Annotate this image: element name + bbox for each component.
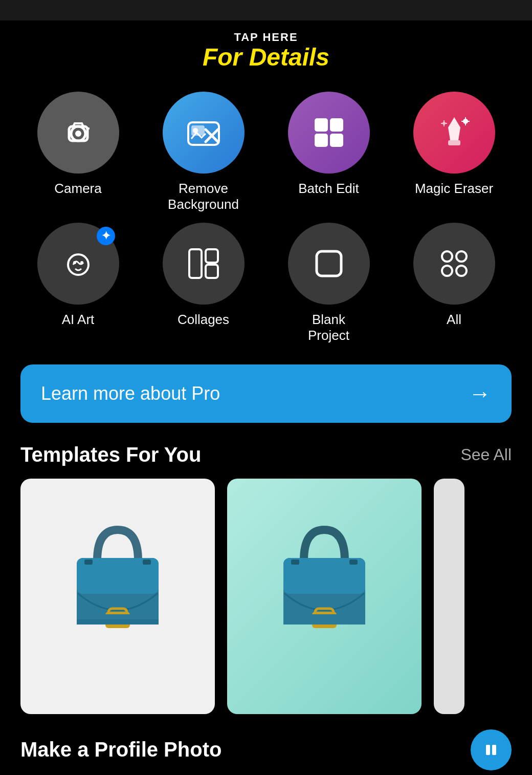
batch-edit-icon (308, 112, 349, 153)
svg-rect-47 (291, 559, 299, 565)
svg-rect-29 (317, 251, 341, 276)
svg-point-23 (68, 254, 88, 275)
svg-rect-12 (448, 140, 460, 145)
blank-project-circle (288, 223, 370, 305)
svg-rect-48 (349, 559, 358, 565)
svg-rect-40 (84, 559, 93, 565)
bag-image-2 (227, 479, 422, 714)
svg-rect-26 (189, 249, 202, 278)
svg-rect-10 (330, 134, 343, 147)
svg-marker-11 (448, 117, 460, 140)
ai-art-circle: ✦ (37, 223, 119, 305)
svg-point-18 (442, 122, 446, 125)
templates-header: Templates For You See All (20, 443, 512, 466)
remove-bg-label: Remove Background (168, 181, 239, 212)
pause-icon (482, 741, 500, 759)
camera-label: Camera (54, 181, 101, 197)
svg-rect-50 (492, 745, 496, 755)
svg-rect-39 (77, 619, 159, 625)
svg-point-2 (75, 131, 81, 137)
ai-art-badge: ✦ (97, 227, 115, 245)
svg-rect-41 (143, 559, 151, 565)
svg-rect-46 (283, 614, 365, 625)
svg-rect-49 (486, 745, 490, 755)
svg-point-25 (80, 261, 83, 264)
camera-item[interactable]: Camera (20, 92, 136, 212)
template-card-1[interactable] (20, 479, 215, 714)
ai-art-item[interactable]: ✦ AI Art (20, 223, 136, 343)
remove-bg-circle (163, 92, 245, 174)
template-card-2[interactable] (227, 479, 422, 714)
for-details-label: For Details (0, 44, 532, 71)
learn-pro-button[interactable]: Learn more about Pro → (20, 364, 512, 423)
top-bar (0, 0, 532, 20)
ai-art-icon (58, 243, 99, 284)
ai-art-label: AI Art (62, 312, 95, 328)
bag-svg-2 (253, 499, 396, 694)
make-profile-section: Make a Profile Photo (0, 714, 532, 770)
templates-section: Templates For You See All (0, 433, 532, 714)
svg-rect-28 (206, 265, 218, 278)
all-item[interactable]: All (396, 223, 512, 343)
collages-label: Collages (178, 312, 229, 328)
svg-rect-27 (206, 249, 218, 263)
svg-rect-9 (315, 134, 328, 147)
all-label: All (447, 312, 461, 328)
blank-project-item[interactable]: Blank Project (271, 223, 386, 343)
collages-item[interactable]: Collages (146, 223, 261, 343)
magic-eraser-label: Magic Eraser (415, 181, 493, 197)
remove-bg-item[interactable]: Remove Background (146, 92, 261, 212)
all-icon (434, 243, 475, 284)
batch-edit-item[interactable]: Batch Edit (271, 92, 386, 212)
magic-eraser-item[interactable]: Magic Eraser (396, 92, 512, 212)
all-circle (413, 223, 495, 305)
tap-here-label: TAP HERE (0, 31, 532, 44)
templates-title: Templates For You (20, 443, 201, 466)
bag-image-1 (20, 479, 215, 714)
blank-project-icon (308, 243, 349, 284)
batch-edit-circle (288, 92, 370, 174)
batch-edit-label: Batch Edit (298, 181, 359, 197)
learn-pro-text: Learn more about Pro (41, 383, 220, 404)
svg-point-32 (442, 266, 452, 276)
svg-point-13 (463, 119, 468, 124)
svg-rect-8 (330, 118, 343, 132)
bag-svg-1 (46, 499, 189, 694)
magic-eraser-circle (413, 92, 495, 174)
make-profile-title: Make a Profile Photo (20, 738, 221, 761)
camera-icon (58, 112, 99, 153)
camera-circle (37, 92, 119, 174)
svg-point-24 (73, 261, 76, 264)
svg-point-31 (456, 251, 467, 262)
collages-icon (183, 243, 224, 284)
svg-rect-7 (315, 118, 328, 132)
remove-bg-icon (183, 112, 224, 153)
see-all-button[interactable]: See All (460, 445, 512, 464)
svg-point-30 (442, 251, 452, 262)
magic-eraser-icon (434, 112, 475, 153)
icons-grid: Camera Remove Background Batch Edi (0, 76, 532, 354)
collages-circle (163, 223, 245, 305)
template-card-3-partial (434, 479, 464, 714)
svg-point-33 (456, 266, 467, 276)
learn-pro-arrow-icon: → (469, 381, 491, 406)
floating-action-button[interactable] (471, 729, 512, 770)
svg-rect-3 (86, 127, 90, 130)
templates-row (20, 479, 512, 714)
blank-project-label: Blank Project (308, 312, 349, 343)
tap-here-banner[interactable]: TAP HERE For Details (0, 20, 532, 76)
